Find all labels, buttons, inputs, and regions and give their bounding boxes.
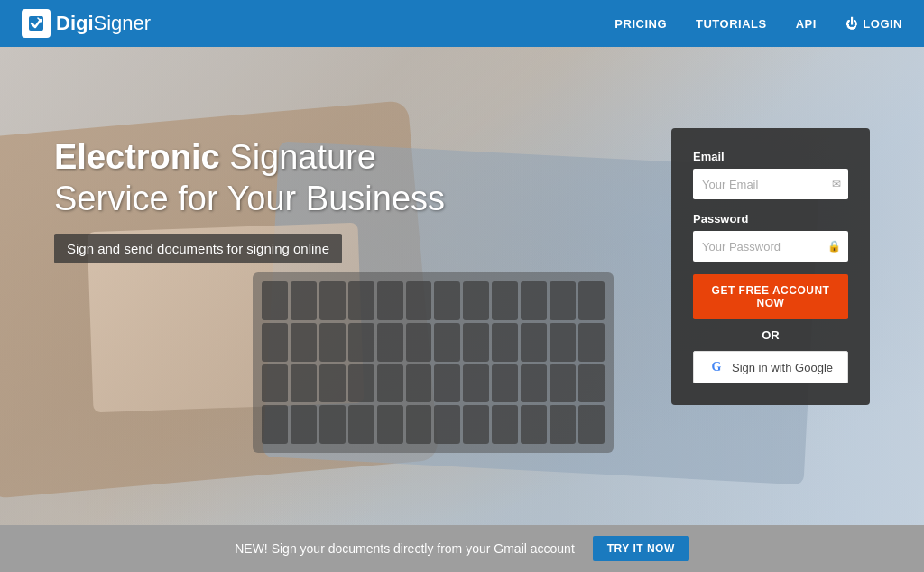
email-label: Email <box>693 150 848 163</box>
hero-content: Electronic Signature Service for Your Bu… <box>0 47 924 525</box>
signup-form: Email ✉ Password 🔒 GET FREE ACCOUNT NOW … <box>671 128 870 405</box>
password-input[interactable] <box>693 231 848 262</box>
logo-icon <box>22 9 51 38</box>
password-input-wrap: 🔒 <box>693 231 848 262</box>
power-icon: ⏻ <box>845 17 858 31</box>
nav: PRICING TUTORIALS API ⏻ LOGIN <box>614 17 902 31</box>
lock-icon: 🔒 <box>827 240 841 253</box>
logo-text: DigiSigner <box>56 12 151 35</box>
hero-section: Electronic Signature Service for Your Bu… <box>0 47 924 525</box>
hero-subtitle: Sign and send documents for signing onli… <box>54 234 342 263</box>
email-input-wrap: ✉ <box>693 169 848 199</box>
or-divider: OR <box>693 328 848 342</box>
nav-tutorials[interactable]: TUTORIALS <box>696 17 767 31</box>
nav-api[interactable]: API <box>796 17 817 31</box>
bottom-banner: NEW! Sign your documents directly from y… <box>0 525 924 572</box>
header: DigiSigner PRICING TUTORIALS API ⏻ LOGIN <box>0 0 924 47</box>
hero-title: Electronic Signature Service for Your Bu… <box>54 137 487 219</box>
google-icon: G <box>708 359 725 375</box>
nav-login[interactable]: ⏻ LOGIN <box>845 17 902 31</box>
google-signin-button[interactable]: G Sign in with Google <box>693 351 848 383</box>
signup-button[interactable]: GET FREE ACCOUNT NOW <box>693 274 848 319</box>
banner-text: NEW! Sign your documents directly from y… <box>235 541 575 556</box>
try-it-now-button[interactable]: TRY IT NOW <box>593 536 689 561</box>
password-label: Password <box>693 212 848 226</box>
logo[interactable]: DigiSigner <box>22 9 151 38</box>
email-input[interactable] <box>693 169 848 199</box>
email-icon: ✉ <box>832 178 841 190</box>
hero-left: Electronic Signature Service for Your Bu… <box>54 137 487 263</box>
google-signin-label: Sign in with Google <box>732 361 833 374</box>
nav-pricing[interactable]: PRICING <box>614 17 667 31</box>
